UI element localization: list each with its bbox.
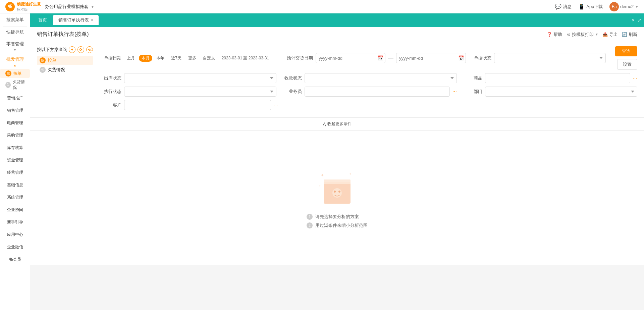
sidebar-search-menu[interactable]: 搜索菜单	[0, 13, 30, 26]
collapse-bar[interactable]: ⋀ 收起更多条件	[30, 118, 644, 131]
sidebar-item-newbie[interactable]: 新手引导	[0, 216, 30, 228]
svg-rect-1	[324, 179, 351, 184]
tab-close-icon[interactable]: ×	[91, 18, 93, 22]
content-area: 首页 销售订单执行表 × × ⤢ 销售订单执行表(按单) ❓ 帮助	[30, 13, 644, 310]
help-button[interactable]: ❓ 帮助	[547, 32, 562, 38]
sidebar-item-ecommerce[interactable]: 电商管理	[0, 117, 30, 129]
filter-salesperson-field: 业务员 ···	[282, 87, 457, 97]
receipt-status-select[interactable]	[305, 73, 457, 83]
date-btn-last-month[interactable]: 上月	[124, 55, 138, 62]
sidebar-item-wechat[interactable]: 企业微信	[0, 241, 30, 253]
goods-dots-icon[interactable]: ···	[633, 75, 637, 81]
breadcrumb-arrow: ▼	[91, 4, 95, 9]
date-btn-custom[interactable]: 自定义	[200, 55, 218, 62]
expected-date-end-input[interactable]	[396, 53, 466, 63]
msg-button[interactable]: 💬 消息	[555, 3, 572, 10]
sidebar-sub-shortage[interactable]: 欠 欠货情况	[0, 78, 30, 92]
sidebar-item-collab[interactable]: 企业协同	[0, 204, 30, 216]
exec-status-select[interactable]	[124, 87, 276, 97]
date-btn-7days[interactable]: 近7天	[168, 55, 184, 62]
date-btn-more[interactable]: 更多	[185, 55, 199, 62]
goods-input[interactable]	[485, 73, 630, 83]
sidebar-item-appstore[interactable]: 应用中心	[0, 228, 30, 241]
sidebar: 搜索菜单 快捷导航 零售管理 ▼ 批发管理 ▲ 按 按单 欠 欠货情况 营销推广…	[0, 13, 30, 310]
tab-sales-exec[interactable]: 销售订单执行表 ×	[53, 15, 99, 25]
page-title: 销售订单执行表(按单)	[37, 31, 89, 42]
filter-date-field: 单据日期 上月 本月 本年 近7天 更多 自定义 2023-03-01 至 20…	[101, 55, 281, 62]
filter-customer-field: 客户 ···	[101, 100, 278, 110]
step-2-num: 2	[307, 222, 313, 228]
empty-step-2: 2 用过滤条件来缩小分析范围	[307, 222, 368, 228]
sidebar-item-retail[interactable]: 零售管理 ▼	[0, 38, 30, 54]
tab-home[interactable]: 首页	[33, 15, 52, 25]
sidebar-item-sales[interactable]: 销售管理	[0, 104, 30, 117]
empty-state: ✦ ✦ ✦ 1 请先选择要分析的方案 2 用过滤条件来缩小分析范围	[30, 131, 644, 265]
salesperson-input[interactable]	[305, 87, 450, 97]
add-scheme-button[interactable]: +	[69, 46, 75, 53]
sidebar-item-system[interactable]: 系统管理	[0, 191, 30, 204]
filter-exec-status-field: 执行状态	[101, 87, 276, 97]
export-button[interactable]: 📤 导出	[602, 32, 618, 38]
filter-goods-field: 商品 ···	[462, 73, 637, 83]
svg-point-4	[338, 191, 340, 193]
out-status-select[interactable]	[124, 73, 276, 83]
collapse-scheme-button[interactable]: ≪	[86, 46, 93, 53]
filter-scheme-actions: + ⟳ ≪	[69, 46, 93, 53]
refresh-button[interactable]: 🔄 刷新	[622, 32, 637, 38]
collapse-up-icon: ⋀	[323, 122, 326, 126]
expected-date-start-wrapper: 📅	[316, 53, 385, 63]
dept-select[interactable]	[485, 87, 637, 97]
filter-expected-date-field: 预计交货日期 📅 — 📅	[286, 53, 466, 63]
logo-text: 畅捷通好生意 标准版	[17, 1, 41, 12]
sidebar-item-basic[interactable]: 基础信息	[0, 179, 30, 191]
date-btn-this-year[interactable]: 本年	[154, 55, 167, 62]
app-download-button[interactable]: 📱 App下载	[578, 3, 603, 10]
doc-status-select[interactable]	[494, 53, 606, 63]
scheme-item-shortage[interactable]: 欠 欠货情况	[37, 65, 93, 74]
filter-row-2: 出库状态 收款状态	[101, 73, 637, 83]
collapse-button[interactable]: ⋀ 收起更多条件	[319, 120, 356, 128]
tab-actions: × ⤢	[632, 17, 641, 23]
page-content: 销售订单执行表(按单) ❓ 帮助 🖨 按模板打印 ▼ 📤 导出	[30, 27, 644, 310]
filter-row-1: 单据日期 上月 本月 本年 近7天 更多 自定义 2023-03-01 至 20…	[101, 46, 637, 70]
customer-input[interactable]	[124, 100, 271, 110]
sidebar-item-vip[interactable]: 畅会员	[0, 253, 30, 266]
svg-text:✦: ✦	[320, 172, 324, 178]
exec-status-select-wrapper	[124, 87, 276, 97]
sidebar-item-operation[interactable]: 经营管理	[0, 166, 30, 179]
sidebar-item-wholesale[interactable]: 批发管理 ▲	[0, 54, 30, 69]
setting-button[interactable]: 设置	[617, 59, 637, 70]
app-icon: 📱	[578, 3, 585, 10]
date-quick-buttons: 上月 本月 本年 近7天 更多 自定义	[124, 55, 218, 62]
print-button[interactable]: 🖨 按模板打印 ▼	[566, 32, 598, 38]
sidebar-item-marketing[interactable]: 营销推广	[0, 92, 30, 104]
refresh-icon: 🔄	[622, 32, 627, 37]
refresh-scheme-button[interactable]: ⟳	[77, 46, 84, 53]
filter-scheme-title: 按以下方案查询 + ⟳ ≪	[37, 46, 93, 53]
customer-dots-icon[interactable]: ···	[274, 102, 278, 108]
sidebar-item-finance[interactable]: 资金管理	[0, 154, 30, 166]
date-btn-this-month[interactable]: 本月	[139, 55, 152, 62]
filter-doc-status-field: 单据状态	[471, 53, 606, 63]
salesperson-dots-icon[interactable]: ···	[452, 89, 457, 95]
topbar-right: 💬 消息 📱 App下载 Ea demo2 ▼	[555, 2, 639, 11]
expected-date-start-input[interactable]	[316, 53, 385, 63]
sidebar-sub-by-order[interactable]: 按 按单	[0, 69, 30, 78]
tab-minimize-icon[interactable]: ×	[632, 17, 635, 23]
logo-icon: 畅	[5, 2, 15, 11]
sidebar-item-inventory[interactable]: 库存核算	[0, 142, 30, 154]
empty-illustration: ✦ ✦ ✦	[314, 167, 361, 207]
filter-receipt-status-field: 收款状态	[282, 73, 457, 83]
scheme-item-by-order[interactable]: 按 按单	[37, 56, 93, 65]
date-range-display: 2023-03-01 至 2023-03-31	[222, 55, 269, 61]
expected-date-end-wrapper: 📅	[396, 53, 466, 63]
sidebar-item-purchase[interactable]: 采购管理	[0, 129, 30, 142]
avatar: Ea	[609, 2, 619, 11]
date-sep: —	[388, 55, 393, 61]
query-button[interactable]: 查询	[615, 46, 637, 56]
scheme-icon-shortage: 欠	[40, 67, 46, 73]
user-menu[interactable]: Ea demo2 ▼	[609, 2, 639, 11]
tab-maximize-icon[interactable]: ⤢	[637, 17, 641, 23]
by-order-icon: 按	[5, 70, 11, 76]
sidebar-quick-nav[interactable]: 快捷导航	[0, 27, 30, 38]
